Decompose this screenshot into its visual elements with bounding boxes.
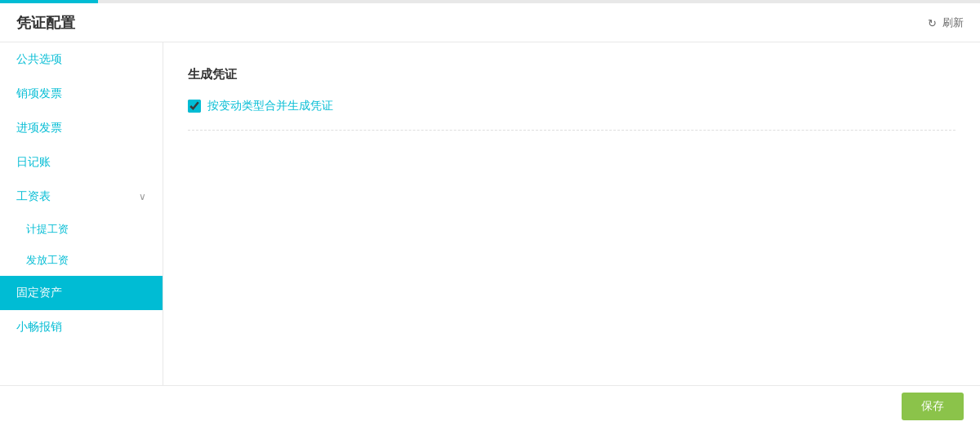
sidebar-item-label: 小畅报销 bbox=[16, 320, 62, 335]
save-button[interactable]: 保存 bbox=[902, 393, 964, 420]
refresh-button[interactable]: ↻ 刷新 bbox=[928, 16, 964, 30]
section-divider bbox=[188, 130, 956, 131]
sidebar-item-label: 工资表 bbox=[16, 189, 51, 204]
sidebar-item-public-options[interactable]: 公共选项 bbox=[0, 42, 163, 77]
active-tab-indicator bbox=[0, 0, 98, 3]
sidebar-item-purchase-invoice[interactable]: 进项发票 bbox=[0, 111, 163, 145]
page-header: 凭证配置 ↻ 刷新 bbox=[0, 3, 980, 42]
section-title: 生成凭证 bbox=[188, 67, 956, 82]
sidebar-item-label: 销项发票 bbox=[16, 87, 62, 101]
checkbox-label[interactable]: 按变动类型合并生成凭证 bbox=[207, 99, 333, 113]
sidebar-item-expense-report[interactable]: 小畅报销 bbox=[0, 310, 163, 344]
checkbox-row: 按变动类型合并生成凭证 bbox=[188, 99, 956, 113]
sidebar-item-issued-payroll[interactable]: 发放工资 bbox=[0, 245, 163, 276]
sidebar-item-label: 公共选项 bbox=[16, 52, 62, 67]
page-wrapper: 凭证配置 ↻ 刷新 公共选项 销项发票 进项发票 日记账 工资表 ∨ bbox=[0, 0, 980, 426]
content-area: 生成凭证 按变动类型合并生成凭证 bbox=[163, 42, 980, 385]
sidebar-item-label: 计提工资 bbox=[26, 222, 69, 237]
page-footer: 保存 bbox=[0, 385, 980, 426]
sidebar-item-accrued-payroll[interactable]: 计提工资 bbox=[0, 214, 163, 245]
sidebar-item-label: 发放工资 bbox=[26, 253, 69, 268]
sidebar-item-fixed-assets[interactable]: 固定资产 bbox=[0, 276, 163, 310]
sidebar-item-journal[interactable]: 日记账 bbox=[0, 145, 163, 180]
sidebar-item-label: 固定资产 bbox=[16, 286, 62, 300]
sidebar-item-label: 日记账 bbox=[16, 155, 51, 170]
chevron-down-icon: ∨ bbox=[139, 191, 146, 202]
page-title: 凭证配置 bbox=[16, 13, 75, 33]
top-tab-bar bbox=[0, 0, 980, 3]
sidebar-item-payroll-table[interactable]: 工资表 ∨ bbox=[0, 180, 163, 214]
refresh-label: 刷新 bbox=[942, 16, 964, 30]
main-layout: 公共选项 销项发票 进项发票 日记账 工资表 ∨ 计提工资 发放工资 bbox=[0, 42, 980, 385]
refresh-icon: ↻ bbox=[928, 17, 939, 29]
sidebar: 公共选项 销项发票 进项发票 日记账 工资表 ∨ 计提工资 发放工资 bbox=[0, 42, 163, 385]
sidebar-item-label: 进项发票 bbox=[16, 121, 62, 135]
merge-by-type-checkbox[interactable] bbox=[188, 100, 201, 113]
sidebar-item-sales-invoice[interactable]: 销项发票 bbox=[0, 77, 163, 111]
